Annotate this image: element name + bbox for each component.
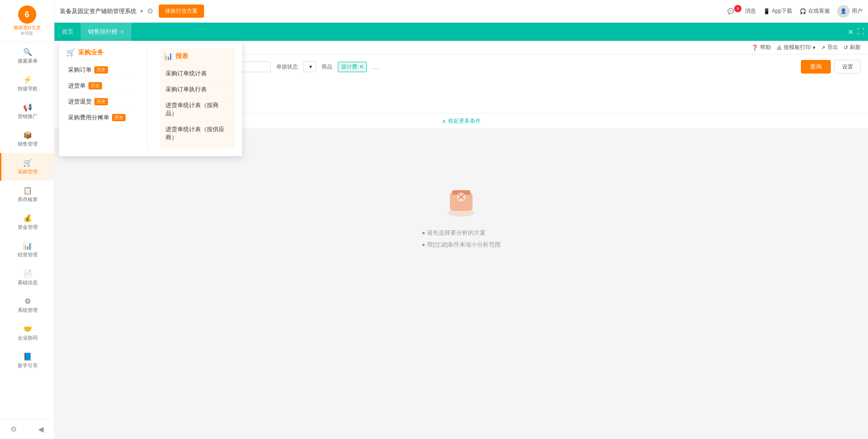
sidebar-item-marketing[interactable]: 📢 营销推广: [0, 98, 54, 125]
export-btn[interactable]: ↗ 导出: [821, 44, 838, 51]
help-label: 帮助: [760, 44, 771, 51]
voucher-status-dropdown-icon: ▾: [309, 64, 312, 70]
purchase-order-item[interactable]: 采购订单 历史: [66, 62, 134, 78]
expense-history-badge: 历史: [112, 114, 126, 121]
logo-text: 畅捷通好生意: [14, 25, 41, 30]
empty-hint-1-text: ● 请先选择要分析的方案: [422, 227, 501, 239]
money-icon: 💰: [23, 214, 32, 222]
export-icon: ↗: [821, 44, 825, 51]
stock-in-stats-supplier-item[interactable]: 进货单统计表（按供应商）: [164, 122, 232, 145]
sidebar-settings-btn[interactable]: ⚙: [10, 425, 17, 434]
online-service-btn[interactable]: 🎧 在线客服: [800, 7, 830, 15]
purchase-order-stats-item[interactable]: 采购订单统计表: [164, 66, 232, 82]
phone-icon: 📱: [763, 8, 770, 15]
template-print-btn[interactable]: 🖨 按模板打印 ▾: [776, 44, 815, 51]
sidebar-item-finance[interactable]: 💰 资金管理: [0, 208, 54, 236]
topbar: 装备及固定资产辅助管理系统 ▾ ⚙ 体验行业方案 💬 9 消息 📱 App下载 …: [54, 0, 868, 23]
template-print-label: 按模板打印: [784, 44, 811, 51]
message-icon: 💬: [727, 8, 734, 15]
tab-expand-btn[interactable]: ⛶: [857, 28, 864, 36]
purchase-stock-in-label: 进货单: [68, 82, 86, 90]
tab-home-label: 首页: [62, 28, 73, 36]
purchase-return-label: 进货退货: [68, 98, 92, 106]
topbar-right: 💬 9 消息 📱 App下载 🎧 在线客服 👤 用户: [727, 5, 863, 18]
headset-icon: 🎧: [800, 8, 806, 15]
sidebar-item-operations[interactable]: 📊 经营管理: [0, 236, 54, 264]
sidebar-item-sales[interactable]: 📦 销售管理: [0, 125, 54, 153]
online-service-label: 在线客服: [808, 7, 830, 15]
sidebar-item-enterprise[interactable]: 🤝 企业协同: [0, 319, 54, 347]
user-area[interactable]: 👤 用户: [837, 5, 863, 18]
voucher-status-select[interactable]: ▾: [303, 61, 316, 72]
purchase-order-exec-item[interactable]: 采购订单执行表: [164, 82, 232, 98]
hint-2-label: 用[过滤]条件来缩小分析范围: [427, 241, 501, 248]
sidebar-item-system[interactable]: ⚙ 系统管理: [0, 291, 54, 319]
dropdown-column-divider: [147, 48, 147, 149]
sidebar: 6 畅捷通好生意 标准版 🔍 搜索菜单 ⚡ 快捷导航 📢 营销推广 📦 销售管理…: [0, 0, 54, 439]
sidebar-item-label: 企业协同: [18, 335, 38, 341]
empty-icon: [439, 174, 484, 220]
sidebar-item-purchase[interactable]: 🛒 采购管理: [0, 153, 54, 181]
purchase-return-item[interactable]: 进货退货 历史: [66, 94, 134, 110]
report-header-icon: 📊: [164, 52, 173, 60]
stock-in-stats-goods-label: 进货单统计表（按商品）: [166, 101, 230, 118]
sidebar-item-label: 营销推广: [18, 113, 38, 120]
sidebar-item-label: 经营管理: [18, 252, 38, 258]
tab-close-icon[interactable]: ✕: [120, 29, 124, 35]
search-icon: 🔍: [23, 48, 32, 56]
purchase-expense-item[interactable]: 采购费用分摊单 历史: [66, 110, 134, 125]
collapse-button[interactable]: ∧ 收起更多条件: [442, 117, 481, 125]
stock-in-stats-goods-item[interactable]: 进货单统计表（按商品）: [164, 98, 232, 122]
export-label: 导出: [827, 44, 838, 51]
sidebar-footer: ⚙ ◀: [0, 419, 54, 439]
goods-tag[interactable]: 设计费 ✕: [338, 62, 367, 72]
clipboard-icon: 📋: [23, 186, 32, 195]
query-button[interactable]: 查询: [801, 60, 831, 74]
lightning-icon: ⚡: [23, 75, 32, 84]
hint-circle-1: ●: [422, 229, 425, 236]
app-download-btn[interactable]: 📱 App下载: [763, 7, 792, 15]
gear-icon: ⚙: [24, 297, 31, 306]
system-title: 装备及固定资产辅助管理系统: [60, 7, 137, 15]
sidebar-item-label: 系统管理: [18, 307, 38, 314]
refresh-btn[interactable]: ↺ 刷新: [844, 44, 861, 51]
book-icon: 📘: [23, 352, 32, 361]
message-btn[interactable]: 💬 9 消息: [727, 7, 756, 15]
message-badge: 9: [734, 5, 741, 12]
sidebar-item-basic-info[interactable]: 📄 基础信息: [0, 264, 54, 291]
sidebar-item-label: 快捷导航: [18, 85, 38, 92]
goods-tag-label: 设计费: [341, 63, 357, 71]
sidebar-item-search[interactable]: 🔍 搜索菜单: [0, 42, 54, 70]
empty-state: ● 请先选择要分析的方案 ● 用[过滤]条件来缩小分析范围: [54, 138, 868, 287]
print-icon: 🖨: [776, 44, 782, 51]
sidebar-item-label: 新手引导: [18, 362, 38, 369]
goods-more-dots[interactable]: …: [372, 63, 380, 71]
dropdown-columns: 🛒 采购业务 采购订单 历史 进货单 历史 进货退货 历史 采购费用分摊单 历史: [66, 48, 235, 149]
solution-button[interactable]: 体验行业方案: [159, 5, 204, 18]
goods-tag-close-icon[interactable]: ✕: [359, 64, 364, 70]
purchase-section-title: 采购业务: [78, 49, 103, 57]
sidebar-nav: 🔍 搜索菜单 ⚡ 快捷导航 📢 营销推广 📦 销售管理 🛒 采购管理 📋 库存核…: [0, 42, 54, 419]
settings-button[interactable]: 设置: [834, 60, 861, 74]
purchase-expense-label: 采购费用分摊单: [68, 113, 109, 122]
sidebar-item-inventory[interactable]: 📋 库存核算: [0, 181, 54, 208]
megaphone-icon: 📢: [23, 103, 32, 112]
sidebar-item-quick-nav[interactable]: ⚡ 快捷导航: [0, 70, 54, 98]
sidebar-item-newbie[interactable]: 📘 新手引导: [0, 347, 54, 375]
sidebar-collapse-btn[interactable]: ◀: [38, 425, 44, 434]
purchase-order-history-badge: 历史: [94, 66, 108, 74]
purchase-dropdown-menu: 🛒 采购业务 采购订单 历史 进货单 历史 进货退货 历史 采购费用分摊单 历史: [59, 41, 242, 156]
topbar-gear-icon[interactable]: ⚙: [147, 7, 153, 15]
user-label: 用户: [852, 7, 863, 15]
cart-icon: 🛒: [23, 158, 32, 167]
tabbar: 首页 销售排行榜 ✕ ✕ ⛶: [54, 23, 868, 41]
purchase-business-col: 🛒 采购业务 采购订单 历史 进货单 历史 进货退货 历史 采购费用分摊单 历史: [66, 48, 134, 149]
help-btn[interactable]: ❓ 帮助: [751, 44, 771, 51]
tab-close-all-btn[interactable]: ✕: [848, 28, 853, 36]
purchase-stock-in-item[interactable]: 进货单 历史: [66, 78, 134, 94]
hint-1-label: 请先选择要分析的方案: [427, 229, 486, 236]
title-dropdown-arrow[interactable]: ▾: [140, 8, 143, 15]
tab-home[interactable]: 首页: [54, 23, 81, 41]
tab-sales-rank[interactable]: 销售排行榜 ✕: [81, 23, 132, 41]
tab-sales-rank-label: 销售排行榜: [88, 28, 117, 36]
